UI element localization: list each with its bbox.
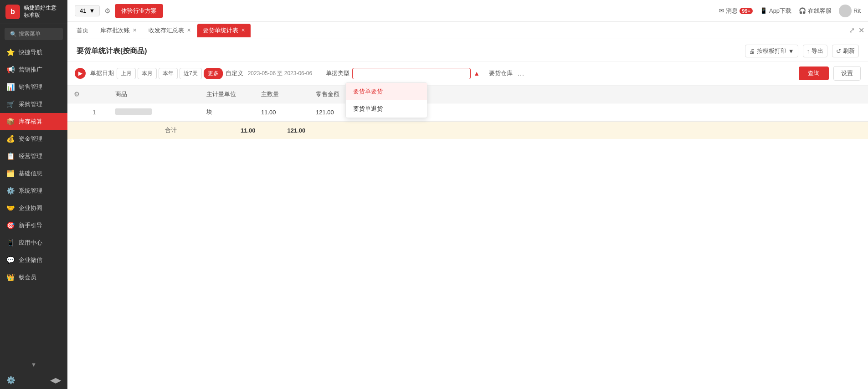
sidebar-item-marketing[interactable]: 📢 营销推广 [0,61,67,78]
col-quantity: 主数量 [255,86,309,103]
filter-type-input[interactable] [352,68,471,79]
avatar-image [839,5,852,17]
refresh-button[interactable]: ↺ 刷新 [832,45,859,57]
cell-extra [364,103,868,121]
col-settings: ⚙ [67,86,86,103]
table-row: 1 块 11.00 121.00 [67,103,868,121]
sidebar: b 畅捷通好生意 标准版 🔍 搜索菜单 ⭐ 快捷导航 📢 营销推广 📊 销售管理… [0,0,67,389]
tab-collect[interactable]: 收发存汇总表 ✕ [143,24,196,37]
tab-batch[interactable]: 库存批次账 ✕ [95,24,142,37]
page-actions: 🖨 按模板打印 ▼ ↑ 导出 ↺ 刷新 [745,45,859,57]
sidebar-item-basic[interactable]: 🗂️ 基础信息 [0,165,67,182]
sidebar-settings-icon[interactable]: ⚙️ [6,376,15,384]
sidebar-item-system[interactable]: ⚙️ 系统管理 [0,182,67,200]
service-icon: 🎧 [799,7,806,14]
tab-home[interactable]: 首页 [71,24,94,37]
type-dropdown-item-0[interactable]: 要货单要货 [346,83,427,100]
tab-collect-close[interactable]: ✕ [187,27,191,33]
cell-index: 1 [86,103,109,121]
sidebar-item-operation[interactable]: 📋 经营管理 [0,148,67,165]
sales-icon: 📊 [6,83,15,91]
sidebar-item-appstore[interactable]: 📱 应用中心 [0,234,67,251]
sidebar-item-guide[interactable]: 🎯 新手引导 [0,217,67,234]
tab-maximize-button[interactable]: ⤢ [849,26,855,35]
topbar-left: 41 ▼ ⚙ 体验行业方案 [75,4,163,18]
filter-query-button[interactable]: 查询 [799,67,829,80]
basic-icon: 🗂️ [6,169,15,178]
export-button[interactable]: ↑ 导出 [803,45,828,57]
sidebar-logo: b 畅捷通好生意 标准版 [0,0,67,24]
sidebar-item-member[interactable]: 👑 畅会员 [0,269,67,286]
col-extra [364,86,868,103]
company-dropdown[interactable]: 41 ▼ [75,5,100,16]
cell-settings [67,103,86,121]
tab-request-close[interactable]: ✕ [241,27,245,33]
user-avatar[interactable]: Rit [839,5,861,17]
tab-batch-close[interactable]: ✕ [133,27,137,33]
tab-close-all-button[interactable]: ✕ [858,26,864,35]
sidebar-item-quick-nav[interactable]: ⭐ 快捷导航 [0,44,67,61]
filter-type-arrow-icon[interactable]: ▲ [473,70,480,77]
sidebar-item-sales[interactable]: 📊 销售管理 [0,78,67,96]
filter-warehouse-more-icon[interactable]: … [517,69,524,77]
topbar-gear-icon[interactable]: ⚙ [104,7,110,15]
filter-warehouse-group: 要货仓库 … [489,69,524,77]
online-service-button[interactable]: 🎧 在线客服 [799,7,832,15]
system-icon: ⚙️ [6,187,15,195]
filter-bar: ▶ 单据日期 上月 本月 本年 近7天 更多 自定义 2023-05-06 至 … [67,61,868,86]
filter-expand-button[interactable]: ▶ [75,68,86,79]
table-settings-icon[interactable]: ⚙ [74,90,80,98]
filter-last-month-btn[interactable]: 上月 [117,68,136,79]
page-title-bar: 要货单统计表(按商品) 🖨 按模板打印 ▼ ↑ 导出 ↺ 刷新 [67,39,868,61]
type-dropdown-item-1[interactable]: 要货单退货 [346,100,427,118]
sidebar-menu: ⭐ 快捷导航 📢 营销推广 📊 销售管理 🛒 采购管理 📦 库存核算 💰 资金管… [0,44,67,358]
topbar: 41 ▼ ⚙ 体验行业方案 ✉ 消息 99+ 📱 App下载 🎧 在线客服 R [67,0,868,22]
tabs-actions: ⤢ ✕ [849,26,864,35]
search-icon: 🔍 [10,31,17,37]
main-content: 41 ▼ ⚙ 体验行业方案 ✉ 消息 99+ 📱 App下载 🎧 在线客服 R [67,0,868,389]
sidebar-search[interactable]: 🔍 搜索菜单 [5,28,63,40]
wechat-icon: 💬 [6,256,15,264]
type-dropdown: 要货单要货 要货单退货 [345,82,427,118]
sidebar-item-inventory[interactable]: 📦 库存核算 [0,113,67,130]
marketing-icon: 📢 [6,66,15,74]
sidebar-item-wechat[interactable]: 💬 企业微信 [0,251,67,269]
trial-button[interactable]: 体验行业方案 [115,4,163,18]
sidebar-bottom: ⚙️ ◀▶ [0,371,67,389]
finance-icon: 💰 [6,135,15,143]
filter-this-year-btn[interactable]: 本年 [159,68,178,79]
col-unit: 主计量单位 [200,86,255,103]
table-header: ⚙ 商品 主计量单位 主数量 零售金额 [67,86,868,103]
print-arrow-icon: ▼ [788,48,794,55]
quick-nav-icon: ⭐ [6,48,15,56]
col-product: 商品 [109,86,200,103]
filter-7days-btn[interactable]: 近7天 [180,68,202,79]
cell-quantity: 11.00 [255,103,309,121]
app-download-button[interactable]: 📱 App下载 [760,7,791,15]
filter-more-btn[interactable]: 更多 [204,68,223,79]
sidebar-item-purchase[interactable]: 🛒 采购管理 [0,96,67,113]
sidebar-item-enterprise[interactable]: 🤝 企业协同 [0,200,67,217]
member-icon: 👑 [6,273,15,282]
appstore-icon: 📱 [6,239,15,247]
sidebar-scroll-down[interactable]: ▼ [0,358,67,371]
filter-date-group: 单据日期 上月 本月 本年 近7天 更多 自定义 2023-05-06 至 20… [90,68,312,79]
filter-set-button[interactable]: 设置 [833,66,861,81]
page-content: 要货单统计表(按商品) 🖨 按模板打印 ▼ ↑ 导出 ↺ 刷新 ▶ [67,39,868,389]
purchase-icon: 🛒 [6,100,15,108]
refresh-icon: ↺ [836,48,841,55]
filter-this-month-btn[interactable]: 本月 [138,68,157,79]
tab-request[interactable]: 要货单统计表 ✕ [197,24,251,37]
print-button[interactable]: 🖨 按模板打印 ▼ [745,45,798,57]
product-blurred-text [115,108,152,115]
inventory-icon: 📦 [6,118,15,126]
sidebar-collapse-icon[interactable]: ◀▶ [50,376,61,384]
page-title: 要货单统计表(按商品) [77,46,147,56]
topbar-right: ✉ 消息 99+ 📱 App下载 🎧 在线客服 Rit [719,5,861,17]
print-icon: 🖨 [749,48,755,55]
sidebar-item-finance[interactable]: 💰 资金管理 [0,130,67,148]
filter-date-buttons: 上月 本月 本年 近7天 更多 [117,68,223,79]
download-icon: 📱 [760,7,767,14]
table-footer: 合计 11.00 121.00 [67,121,868,139]
messages-button[interactable]: ✉ 消息 99+ [719,7,753,15]
